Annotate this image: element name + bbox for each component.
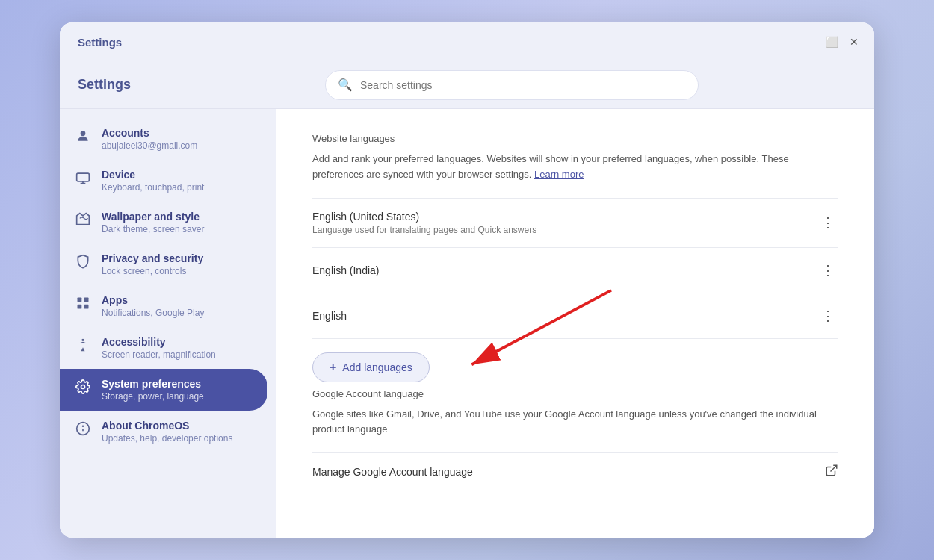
sidebar-accounts-title: Accounts <box>102 127 197 139</box>
manage-google-account-row: Manage Google Account language <box>312 452 838 491</box>
device-icon <box>75 170 91 189</box>
close-button[interactable]: ✕ <box>846 34 862 50</box>
more-options-3[interactable]: ⋮ <box>817 305 838 326</box>
sidebar-item-privacy[interactable]: Privacy and security Lock screen, contro… <box>60 243 267 285</box>
sidebar-item-device[interactable]: Device Keyboard, touchpad, print <box>60 160 267 202</box>
language-row-2: English (India) ⋮ <box>312 248 838 293</box>
website-languages-section: Website languages Add and rank your pref… <box>312 133 838 382</box>
svg-rect-4 <box>78 298 82 302</box>
sidebar-accessibility-title: Accessibility <box>102 336 216 348</box>
app-title: Settings <box>78 77 167 93</box>
privacy-icon <box>75 254 91 273</box>
more-options-2[interactable]: ⋮ <box>817 260 838 281</box>
google-account-desc: Google sites like Gmail, Drive, and YouT… <box>312 407 838 438</box>
sidebar-item-system[interactable]: System preferences Storage, power, langu… <box>60 369 267 411</box>
search-bar: 🔍 <box>325 70 699 100</box>
sidebar-system-title: System preferences <box>102 378 204 390</box>
svg-rect-1 <box>77 173 90 181</box>
sidebar-accounts-subtitle: abujaleel30@gmail.com <box>102 140 197 151</box>
lang-name-2: English (India) <box>312 264 380 276</box>
sidebar: Accounts abujaleel30@gmail.com Device Ke… <box>60 109 276 538</box>
google-account-section: Google Account language Google sites lik… <box>312 388 838 491</box>
svg-point-9 <box>81 385 85 389</box>
svg-rect-7 <box>84 305 89 309</box>
sidebar-item-wallpaper[interactable]: Wallpaper and style Dark theme, screen s… <box>60 202 267 243</box>
window-controls: — ⬜ ✕ <box>801 34 862 50</box>
settings-window: Settings — ⬜ ✕ Settings 🔍 Accounts abuja… <box>60 22 874 538</box>
titlebar: Settings — ⬜ ✕ <box>60 22 874 61</box>
sidebar-privacy-subtitle: Lock screen, controls <box>102 266 203 276</box>
sidebar-device-subtitle: Keyboard, touchpad, print <box>102 182 204 193</box>
sidebar-apps-title: Apps <box>102 294 204 306</box>
lang-name-3: English <box>312 310 347 322</box>
svg-point-0 <box>81 131 86 136</box>
sidebar-wallpaper-subtitle: Dark theme, screen saver <box>102 224 204 234</box>
sidebar-device-title: Device <box>102 169 204 181</box>
sidebar-apps-subtitle: Notifications, Google Play <box>102 308 204 318</box>
add-languages-label: Add languages <box>342 361 412 373</box>
external-link-icon[interactable] <box>825 464 838 480</box>
add-languages-button[interactable]: + Add languages <box>312 352 430 382</box>
main-content: Accounts abujaleel30@gmail.com Device Ke… <box>60 109 874 538</box>
manage-label: Manage Google Account language <box>312 466 473 478</box>
sidebar-item-about[interactable]: About ChromeOS Updates, help, developer … <box>60 411 267 452</box>
system-icon <box>75 379 91 398</box>
accessibility-icon <box>75 337 91 356</box>
sidebar-item-accounts[interactable]: Accounts abujaleel30@gmail.com <box>60 118 267 160</box>
content-panel: Website languages Add and rank your pref… <box>276 109 874 538</box>
search-icon: 🔍 <box>338 78 353 92</box>
sidebar-privacy-title: Privacy and security <box>102 252 203 264</box>
sidebar-item-apps[interactable]: Apps Notifications, Google Play <box>60 285 267 327</box>
sidebar-item-accessibility[interactable]: Accessibility Screen reader, magnificati… <box>60 327 267 369</box>
svg-rect-6 <box>78 305 82 309</box>
window-title: Settings <box>72 36 122 49</box>
sidebar-about-subtitle: Updates, help, developer options <box>102 433 232 444</box>
plus-icon: + <box>330 361 336 374</box>
minimize-button[interactable]: — <box>801 34 817 50</box>
google-account-title: Google Account language <box>312 388 838 399</box>
apps-icon <box>75 296 91 314</box>
wallpaper-icon <box>75 212 91 231</box>
website-languages-desc: Add and rank your preferred languages. W… <box>312 152 838 183</box>
sidebar-accessibility-subtitle: Screen reader, magnification <box>102 349 216 360</box>
lang-name-1: English (United States) <box>312 211 536 223</box>
svg-rect-5 <box>84 298 89 302</box>
language-row-3: English ⋮ <box>312 293 838 339</box>
sidebar-about-title: About ChromeOS <box>102 420 232 432</box>
search-input[interactable] <box>360 79 686 91</box>
more-options-1[interactable]: ⋮ <box>817 212 838 233</box>
about-icon <box>75 421 91 440</box>
sidebar-wallpaper-title: Wallpaper and style <box>102 211 204 223</box>
learn-more-link[interactable]: Learn more <box>534 169 584 180</box>
sidebar-system-subtitle: Storage, power, language <box>102 391 204 402</box>
svg-line-13 <box>831 465 837 471</box>
maximize-button[interactable]: ⬜ <box>823 34 840 50</box>
svg-point-8 <box>81 339 84 341</box>
language-row-1: English (United States) Language used fo… <box>312 199 838 248</box>
lang-desc-1: Language used for translating pages and … <box>312 225 536 235</box>
language-list: English (United States) Language used fo… <box>312 198 838 339</box>
accounts-icon <box>75 128 91 147</box>
website-languages-title: Website languages <box>312 133 838 144</box>
header: Settings 🔍 <box>60 61 874 109</box>
